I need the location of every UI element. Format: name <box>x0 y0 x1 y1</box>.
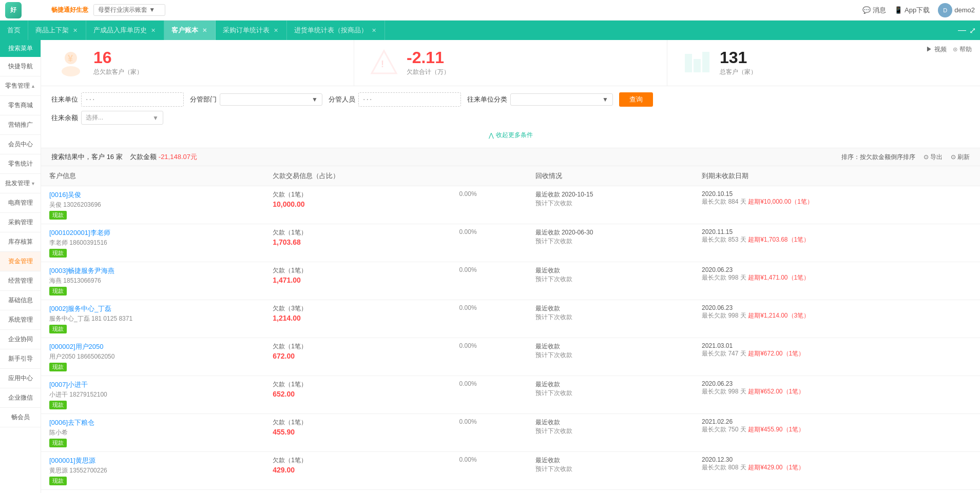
overdue-link-7[interactable]: 超期¥429.00（1笔） <box>748 464 804 471</box>
sidebar-item-ecom-mgmt[interactable]: 电商管理 <box>0 193 41 213</box>
customer-name-4[interactable]: [000002]用户2050 <box>49 342 256 351</box>
overdue-link-2[interactable]: 超期¥1,471.00（1笔） <box>748 274 810 281</box>
sidebar-item-inventory[interactable]: 库存核算 <box>0 232 41 252</box>
table-row: [0003]畅捷服务尹海燕 海燕 18513066976 现款 欠款（1笔） 1… <box>41 262 980 300</box>
overdue-link-3[interactable]: 超期¥1,214.00（3笔） <box>748 312 810 319</box>
store-selector[interactable]: 母婴行业演示账套 ▼ <box>93 4 165 16</box>
latest-payment-1: 最近收款 2020-06-30 <box>535 228 686 237</box>
debt-pct-0: 0.00% <box>459 190 519 198</box>
customer-name-7[interactable]: [000001]黄思源 <box>49 456 256 465</box>
customer-sub-3: 服务中心_丁磊 181 0125 8371 <box>49 314 256 323</box>
overdue-link-6[interactable]: 超期¥455.90（1笔） <box>748 426 804 433</box>
sidebar-item-quick-nav[interactable]: 快捷导航 <box>0 57 41 76</box>
overdue-days-6: 最长欠款 750 天 超期¥455.90（1笔） <box>702 425 972 434</box>
debt-amount-0[interactable]: 10,000.00 <box>273 200 443 208</box>
sidebar-item-batch-mgmt[interactable]: 批发管理 ▼ <box>0 174 41 193</box>
cell-customer-info-5: [0007]小进干 小进干 18279152100 现款 <box>41 376 264 414</box>
tab-product-off[interactable]: 商品上下架 ✕ <box>28 21 86 40</box>
overdue-link-1[interactable]: 超期¥1,703.68（1笔） <box>748 236 810 243</box>
customer-name-0[interactable]: [0016]吴俊 <box>49 190 256 200</box>
overdue-link-4[interactable]: 超期¥672.00（1笔） <box>748 350 804 357</box>
sidebar-item-marketing[interactable]: 营销推广 <box>0 115 41 135</box>
tab-home[interactable]: 首页 <box>0 21 28 40</box>
message-btn[interactable]: 💬 消息 <box>862 6 886 15</box>
sidebar-item-purchase-mgmt[interactable]: 采购管理 <box>0 213 41 232</box>
manager-input[interactable]: ··· <box>358 92 461 107</box>
cell-customer-info-1: [0001020001]李老师 李老师 18600391516 现款 <box>41 224 264 262</box>
debt-amount-7[interactable]: 429.00 <box>273 466 443 474</box>
customer-name-3[interactable]: [0002]服务中心_丁磊 <box>49 304 256 313</box>
sidebar-search[interactable]: 搜索菜单 <box>0 40 41 57</box>
overdue-link-5[interactable]: 超期¥652.00（1笔） <box>748 388 804 395</box>
sidebar-item-retail-mgmt[interactable]: 零售管理 ▲ <box>0 76 41 96</box>
customer-name-6[interactable]: [0006]去下粮仓 <box>49 418 256 427</box>
debt-count-3: 欠款（3笔） <box>273 304 443 313</box>
overdue-days-5: 最长欠款 998 天 超期¥652.00（1笔） <box>702 387 972 396</box>
cell-customer-info-0: [0016]吴俊 吴俊 13026203696 现款 <box>41 186 264 224</box>
close-tab-product-off[interactable]: ✕ <box>71 27 79 34</box>
next-payment-7: 预计下次收款 <box>535 465 686 474</box>
customer-name-1[interactable]: [0001020001]李老师 <box>49 228 256 238</box>
sidebar-item-sys-mgmt[interactable]: 系统管理 <box>0 310 41 330</box>
overdue-link-0[interactable]: 超期¥10,000.00（1笔） <box>748 198 813 205</box>
close-tab-purchase-stat[interactable]: ✕ <box>370 27 377 34</box>
tab-customer-account[interactable]: 客户账本 ✕ <box>164 21 216 40</box>
sidebar-item-ops-mgmt[interactable]: 经营管理 <box>0 271 41 291</box>
stat-info-debt-total: -2.11 欠款合计（万） <box>407 49 450 76</box>
table-container: 客户信息 欠款交易信息（占比） 回收情况 到期未收款日期 [0016]吴俊 吴俊… <box>41 166 980 493</box>
result-actions: 排序：按欠款金额倒序排序 ⊙ 导出 ⊙ 刷新 <box>841 153 970 162</box>
sidebar-item-vip-member[interactable]: 畅会员 <box>0 408 41 427</box>
app-download-btn[interactable]: 📱 App下载 <box>894 6 930 15</box>
sidebar-item-new-guide[interactable]: 新手引导 <box>0 349 41 369</box>
tab-production-history[interactable]: 产成品入库单历史 ✕ <box>86 21 164 40</box>
video-btn[interactable]: ▶ 视频 <box>926 45 946 54</box>
tab-purchase-stat[interactable]: 进货单统计表（按商品） ✕ <box>287 21 385 40</box>
debt-customers-icon: ¥ <box>56 49 85 77</box>
help-btn[interactable]: ⊙ 帮助 <box>953 45 972 54</box>
customer-name-5[interactable]: [0007]小进干 <box>49 380 256 389</box>
table-row: [0002]服务中心_丁磊 服务中心_丁磊 181 0125 8371 现款 欠… <box>41 300 980 338</box>
source-unit-input[interactable]: ··· <box>81 92 184 107</box>
sort-label[interactable]: 排序：按欠款金额倒序排序 <box>841 153 915 162</box>
unit-class-select[interactable]: ▼ <box>510 93 613 106</box>
dept-label: 分管部门 <box>190 95 217 104</box>
filter-collapse-btn[interactable]: ⋀ 收起更多条件 <box>51 129 970 142</box>
sidebar-item-basic-info[interactable]: 基础信息 <box>0 291 41 310</box>
debt-amount-1[interactable]: 1,703.68 <box>273 238 443 246</box>
close-tab-customer-account[interactable]: ✕ <box>201 27 208 34</box>
dept-select[interactable]: ▼ <box>220 93 322 106</box>
sidebar-item-member-center[interactable]: 会员中心 <box>0 135 41 154</box>
sidebar-item-retail-mall[interactable]: 零售商城 <box>0 96 41 115</box>
user-avatar[interactable]: D demo2 <box>938 3 975 17</box>
debt-count-7: 欠款（1笔） <box>273 456 443 465</box>
refresh-btn[interactable]: ⊙ 刷新 <box>951 153 970 162</box>
sidebar-item-enterprise-wechat[interactable]: 企业微信 <box>0 388 41 408</box>
table-row: [0001020001]李老师 李老师 18600391516 现款 欠款（1笔… <box>41 224 980 262</box>
query-button[interactable]: 查询 <box>619 92 653 107</box>
filter-manager: 分管人员 ··· <box>329 92 461 107</box>
result-bar: 搜索结果中，客户 16 家 欠款金额 -21,148.07元 排序：按欠款金额倒… <box>41 148 980 166</box>
debt-amount-3[interactable]: 1,214.00 <box>273 314 443 322</box>
tab-purchase-order[interactable]: 采购订单统计表 ✕ <box>216 21 287 40</box>
cell-recovery-5: 最近收款 预计下次收款 <box>527 376 694 414</box>
overdue-days-4: 最长欠款 747 天 超期¥672.00（1笔） <box>702 349 972 358</box>
sidebar-item-retail-stat[interactable]: 零售统计 <box>0 154 41 174</box>
svg-rect-7 <box>702 52 709 72</box>
nav-maximize-btn[interactable]: ⤢ <box>969 26 976 35</box>
balance-select[interactable]: 选择... ▼ <box>81 111 163 125</box>
latest-payment-6: 最近收款 <box>535 418 686 427</box>
stat-label-total-customers: 总客户（家） <box>720 68 757 76</box>
debt-amount-4[interactable]: 672.00 <box>273 352 443 360</box>
debt-amount-2[interactable]: 1,471.00 <box>273 276 443 284</box>
customer-name-2[interactable]: [0003]畅捷服务尹海燕 <box>49 266 256 275</box>
sidebar-item-enterprise-coop[interactable]: 企业协同 <box>0 330 41 349</box>
nav-minimize-btn[interactable]: — <box>958 26 966 35</box>
close-tab-purchase-order[interactable]: ✕ <box>272 27 279 34</box>
export-btn[interactable]: ⊙ 导出 <box>924 153 943 162</box>
debt-amount-6[interactable]: 455.90 <box>273 428 443 436</box>
debt-amount-5[interactable]: 652.00 <box>273 390 443 398</box>
close-tab-production-history[interactable]: ✕ <box>149 27 157 34</box>
sidebar-item-capital-mgmt[interactable]: 资金管理 <box>0 252 41 271</box>
sidebar-item-app-center[interactable]: 应用中心 <box>0 369 41 388</box>
overdue-days-3: 最长欠款 998 天 超期¥1,214.00（3笔） <box>702 311 972 320</box>
